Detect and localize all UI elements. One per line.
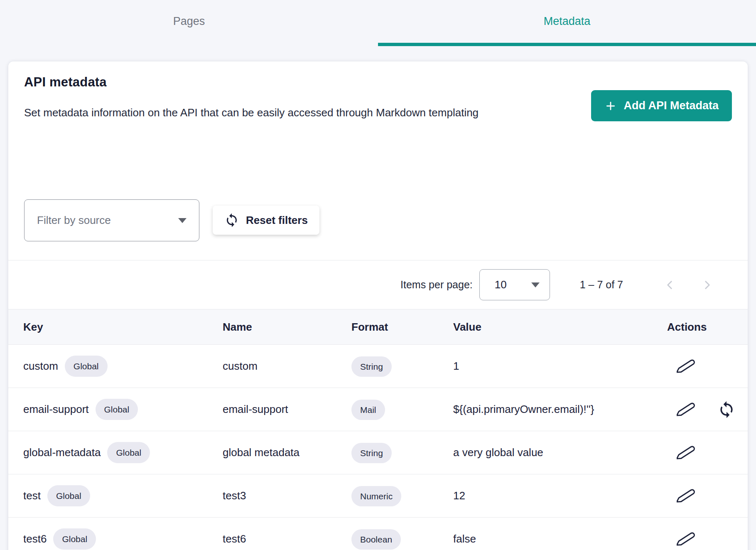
edit-button[interactable] <box>676 357 695 376</box>
key-cell: test Global <box>8 485 208 506</box>
items-per-page-label: Items per page: <box>400 279 473 291</box>
key-text: test6 <box>23 533 47 545</box>
column-header-format: Format <box>336 321 438 334</box>
key-cell: global-metadata Global <box>8 442 208 463</box>
actions-cell <box>652 530 748 549</box>
table-row: email-support Global email-support Mail … <box>8 388 748 431</box>
key-text: custom <box>23 360 58 373</box>
format-badge: Numeric <box>351 486 401 506</box>
tab-metadata-label: Metadata <box>544 15 591 28</box>
edit-button[interactable] <box>676 486 695 506</box>
add-api-metadata-label: Add API Metadata <box>623 99 719 112</box>
scope-badge: Global <box>107 442 150 463</box>
card-header: API metadata Set metadata information on… <box>8 61 748 119</box>
name-cell: global metadata <box>208 446 336 459</box>
tab-metadata[interactable]: Metadata <box>378 0 756 46</box>
column-header-actions: Actions <box>652 321 748 334</box>
reset-filters-button[interactable]: Reset filters <box>213 206 319 235</box>
table-row: test Global test3 Numeric 12 <box>8 474 748 517</box>
filter-by-source-select[interactable]: Filter by source <box>24 199 199 241</box>
pencil-icon <box>677 530 695 548</box>
reset-filters-label: Reset filters <box>246 214 308 227</box>
paginator: Items per page: 10 1 – 7 of 7 <box>8 260 748 309</box>
value-cell: 12 <box>438 489 652 502</box>
pencil-icon <box>677 357 695 376</box>
api-metadata-card: API metadata Set metadata information on… <box>8 61 748 550</box>
table-row: global-metadata Global global metadata S… <box>8 431 748 474</box>
table-header-row: Key Name Format Value Actions <box>8 309 748 344</box>
sync-icon <box>717 400 736 419</box>
actions-cell <box>652 357 748 376</box>
format-badge: Boolean <box>351 529 401 550</box>
sync-icon <box>224 213 239 228</box>
format-cell: String <box>336 446 438 459</box>
tab-bar: Pages Metadata <box>0 0 756 49</box>
previous-page-button[interactable] <box>661 275 678 295</box>
format-badge: Mail <box>351 400 385 420</box>
page-size-select[interactable]: 10 <box>479 269 550 300</box>
actions-cell <box>652 486 748 506</box>
format-cell: String <box>336 360 438 373</box>
pencil-icon <box>677 400 695 419</box>
name-cell: test3 <box>208 489 336 502</box>
column-header-name: Name <box>208 321 336 334</box>
actions-cell <box>652 443 748 462</box>
edit-button[interactable] <box>676 443 695 462</box>
format-cell: Boolean <box>336 533 438 545</box>
plus-icon <box>604 100 617 112</box>
table-body: custom Global custom String 1 email-supp… <box>8 344 748 550</box>
name-cell: email-support <box>208 403 336 416</box>
format-cell: Mail <box>336 403 438 416</box>
scope-badge: Global <box>53 528 96 550</box>
edit-button[interactable] <box>676 530 695 549</box>
key-text: email-support <box>23 403 89 416</box>
actions-cell <box>652 400 748 419</box>
column-header-value: Value <box>438 321 652 334</box>
scope-badge: Global <box>65 356 108 377</box>
scope-badge: Global <box>47 485 90 506</box>
key-cell: email-support Global <box>8 399 208 420</box>
key-cell: test6 Global <box>8 528 208 550</box>
chevron-right-icon <box>700 278 714 292</box>
format-badge: String <box>351 443 392 463</box>
value-cell: false <box>438 533 652 545</box>
value-cell: ${(api.primaryOwner.email)!''} <box>438 403 652 416</box>
tab-pages[interactable]: Pages <box>0 0 378 46</box>
page-range-label: 1 – 7 of 7 <box>580 279 623 291</box>
column-header-key: Key <box>8 321 208 334</box>
scope-badge: Global <box>96 399 138 420</box>
pencil-icon <box>677 487 695 505</box>
name-cell: test6 <box>208 533 336 545</box>
page-title: API metadata <box>24 75 732 90</box>
add-api-metadata-button[interactable]: Add API Metadata <box>591 90 732 121</box>
format-badge: String <box>351 356 392 377</box>
page-size-value: 10 <box>495 278 507 291</box>
format-cell: Numeric <box>336 489 438 502</box>
renew-button[interactable] <box>717 400 736 419</box>
next-page-button[interactable] <box>699 275 716 295</box>
tab-pages-label: Pages <box>173 15 205 28</box>
key-cell: custom Global <box>8 356 208 377</box>
value-cell: 1 <box>438 360 652 373</box>
value-cell: a very global value <box>438 446 652 459</box>
pencil-icon <box>677 444 695 462</box>
table-row: custom Global custom String 1 <box>8 344 748 388</box>
filter-by-source-placeholder: Filter by source <box>37 214 111 227</box>
table-row: test6 Global test6 Boolean false <box>8 517 748 550</box>
key-text: global-metadata <box>23 446 101 459</box>
caret-down-icon <box>178 218 187 223</box>
filters-section: Filter by source Reset filters <box>8 119 748 260</box>
chevron-left-icon <box>663 278 677 292</box>
caret-down-icon <box>531 282 540 287</box>
key-text: test <box>23 489 41 502</box>
edit-button[interactable] <box>676 400 695 419</box>
name-cell: custom <box>208 360 336 373</box>
